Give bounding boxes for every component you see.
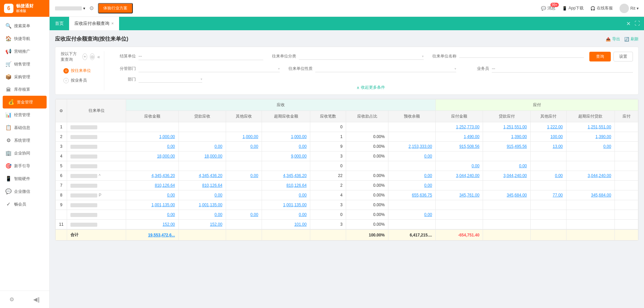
row-ap_amount[interactable] — [436, 220, 483, 230]
row-ar_amount[interactable]: 810,126.64 — [126, 181, 178, 190]
sidebar-item-purchase[interactable]: 📦 采购管理 — [0, 71, 49, 83]
row-ap_other[interactable]: 77.00 — [530, 190, 566, 200]
row-ap_loan[interactable]: 915,495.56 — [483, 142, 530, 151]
row-ap_overdue[interactable] — [566, 181, 614, 190]
row-ar_other[interactable] — [226, 122, 262, 132]
row-ar_overdue[interactable]: 1,000.00 — [262, 132, 310, 142]
row-ap_other[interactable]: 100.00 — [530, 132, 566, 142]
row-ap_loan[interactable]: 1,251,551.00 — [483, 122, 530, 132]
row-ap_overdue[interactable]: 3,044,240.00 — [566, 171, 614, 181]
row-ar_loan[interactable]: 0.00 — [178, 142, 226, 151]
sidebar-item-hardware[interactable]: 📱 智能硬件 — [0, 172, 49, 185]
row-ar_overdue[interactable] — [262, 161, 310, 171]
row-ar_amount[interactable]: 4,345,436.20 — [126, 171, 178, 181]
row-ar_pre[interactable]: 0.00 — [388, 181, 435, 190]
row-ar_overdue[interactable]: 4,345,436.20 — [262, 171, 310, 181]
row-ar_amount[interactable]: 1,001,135.00 — [126, 200, 178, 210]
row-ap_overdue[interactable] — [566, 200, 614, 210]
row-ap_loan[interactable] — [483, 210, 530, 220]
row-ap_loan[interactable] — [483, 151, 530, 161]
row-ar_other[interactable]: 0.00 — [226, 171, 262, 181]
row-ap_other[interactable] — [530, 181, 566, 190]
row-ar_amount[interactable]: 0.00 — [126, 142, 178, 151]
row-ap_overdue[interactable]: 345,684.00 — [566, 190, 614, 200]
row-ap_amount[interactable]: 915,508.56 — [436, 142, 483, 151]
row-ar_loan[interactable]: 0.00 — [178, 210, 226, 220]
refresh-button[interactable]: 🔄 刷新 — [624, 36, 639, 42]
row-ar_other[interactable] — [226, 161, 262, 171]
online-service-button[interactable]: 🎧 在线客服 — [590, 5, 613, 11]
row-ap_amount[interactable]: 1,490.00 — [436, 132, 483, 142]
collapse-icon[interactable]: « — [97, 54, 100, 59]
sidebar-item-member[interactable]: ✓ 畅会员 — [0, 198, 49, 211]
settlement-unit-input[interactable]: ··· — [139, 52, 263, 60]
row-ar_overdue[interactable]: 101.00 — [262, 220, 310, 230]
export-button[interactable]: 📤 导出 — [606, 36, 620, 42]
row-ap_other[interactable]: 1,222.00 — [530, 122, 566, 132]
row-ap_other[interactable] — [530, 200, 566, 210]
row-ar_other[interactable] — [226, 220, 262, 230]
row-ar_amount[interactable]: 18,000.00 — [126, 151, 178, 161]
sidebar-item-inventory[interactable]: 🏛 库存核算 — [0, 83, 49, 96]
message-button[interactable]: 💬 消息 99+ — [541, 5, 555, 11]
promo-button[interactable]: 体验行业方案 — [98, 3, 133, 13]
settings-gear-icon[interactable]: ⚙ — [89, 5, 94, 11]
row-ap_amount[interactable] — [436, 200, 483, 210]
row-ar_other[interactable] — [226, 181, 262, 190]
row-ar_pre[interactable]: 0.00 — [388, 171, 435, 181]
row-ar_other[interactable] — [226, 200, 262, 210]
row-ap_overdue[interactable]: 1,390.00 — [566, 132, 614, 142]
row-ar_loan[interactable] — [178, 132, 226, 142]
row-ar_pre[interactable] — [388, 200, 435, 210]
nav-by-salesman[interactable]: ○ 按业务员 — [61, 76, 100, 85]
row-ap_loan[interactable]: 345,684.00 — [483, 190, 530, 200]
collapse-footer-btn[interactable]: ◀‖ — [28, 294, 45, 305]
sidebar-item-manage[interactable]: 📊 经营管理 — [0, 108, 49, 121]
scheme-settings-button[interactable]: ◎ — [90, 53, 95, 60]
row-ar_pre[interactable]: 655,636.75 — [388, 190, 435, 200]
row-ar_overdue[interactable]: 9,000.00 — [262, 151, 310, 161]
partner-category-input[interactable]: ▾ — [299, 53, 424, 60]
sidebar-item-finance[interactable]: 💰 资金管理 — [3, 96, 47, 108]
row-ap_amount[interactable]: 345,761.00 — [436, 190, 483, 200]
row-ar_loan[interactable]: 18,000.00 — [178, 151, 226, 161]
sidebar-item-guide[interactable]: 🎯 新手引导 — [0, 160, 49, 172]
row-ap_loan[interactable] — [483, 220, 530, 230]
row-ar_overdue[interactable]: 810,126.64 — [262, 181, 310, 190]
row-ap_overdue[interactable] — [566, 151, 614, 161]
row-ar_pre[interactable]: 0.00 — [388, 210, 435, 220]
row-ap_amount[interactable]: 0.00 — [436, 161, 483, 171]
row-ar_loan[interactable]: 1,001,135.00 — [178, 200, 226, 210]
app-download-button[interactable]: 📱 App下载 — [562, 5, 584, 11]
fullscreen-icon[interactable]: ⛶ — [635, 20, 640, 27]
row-ar_loan[interactable]: 810,126.64 — [178, 181, 226, 190]
sidebar-item-nav[interactable]: 🏠 快捷导航 — [0, 32, 49, 45]
nav-by-partner[interactable]: ⊙ 按往来单位 — [61, 67, 100, 75]
row-ar_loan[interactable] — [178, 161, 226, 171]
row-ar_pre[interactable] — [388, 122, 435, 132]
row-ar_overdue[interactable]: 1,001,135.00 — [262, 200, 310, 210]
row-ar_pre[interactable] — [388, 220, 435, 230]
row-ar_overdue[interactable]: 0.00 — [262, 142, 310, 151]
sidebar-item-wechat[interactable]: 💬 企业微信 — [0, 185, 49, 198]
partner-name-input[interactable] — [459, 55, 584, 58]
user-profile[interactable]: Rit ▾ — [620, 4, 639, 13]
row-ap_other[interactable] — [530, 151, 566, 161]
row-ar_loan[interactable]: 4,345,436.20 — [178, 171, 226, 181]
row-ar_pre[interactable]: 0.00 — [388, 151, 435, 161]
row-ar_loan[interactable]: 0.00 — [178, 190, 226, 200]
row-ap_loan[interactable]: 3,044,240.00 — [483, 171, 530, 181]
sidebar-item-basic[interactable]: 📋 基础信息 — [0, 121, 49, 134]
row-ap_other[interactable]: 13.00 — [530, 142, 566, 151]
row-ap_loan[interactable]: 0.00 — [483, 161, 530, 171]
row-ap_other[interactable] — [530, 161, 566, 171]
row-ar_other[interactable] — [226, 151, 262, 161]
sidebar-item-system[interactable]: ⚙ 系统管理 — [0, 134, 49, 147]
close-all-icon[interactable]: ✕ — [626, 20, 631, 27]
table-settings-col[interactable]: ⚙ — [56, 99, 67, 122]
row-ar_other[interactable]: 0.00 — [226, 210, 262, 220]
tab-home[interactable]: 首页 — [50, 17, 69, 30]
salesman-input[interactable]: ··· — [492, 65, 633, 73]
row-ap_amount[interactable]: 3,044,240.00 — [436, 171, 483, 181]
row-ap_overdue[interactable] — [566, 161, 614, 171]
